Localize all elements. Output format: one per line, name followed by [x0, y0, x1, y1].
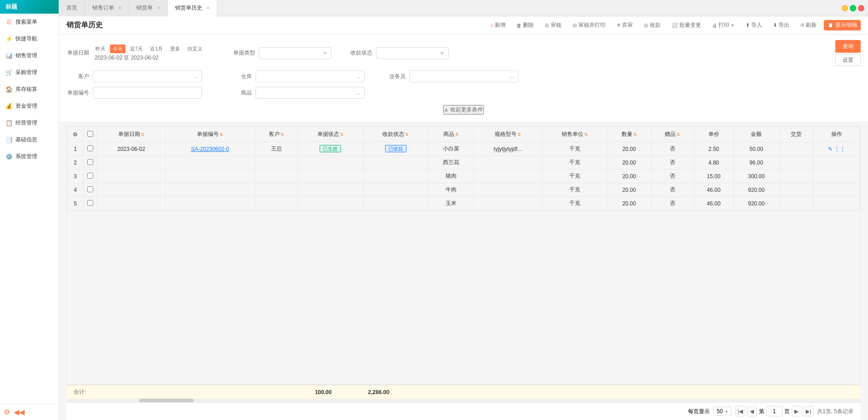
sort-spec-type[interactable]: 规格型号 ⇅: [477, 130, 540, 138]
warehouse-dots[interactable]: ...: [356, 73, 361, 80]
import-button[interactable]: ⬆ 导入: [742, 20, 766, 30]
cell-checkbox[interactable]: [84, 170, 97, 183]
window-minimize-btn[interactable]: ─: [842, 5, 848, 11]
page-size-select[interactable]: 50 ▼: [713, 407, 732, 416]
table-settings-icon[interactable]: ⚙: [73, 131, 78, 138]
doc-no-link[interactable]: SA-20230602-0: [191, 146, 229, 152]
sort-quantity[interactable]: 数量 ⇅: [611, 130, 648, 138]
page-next-btn[interactable]: ▶: [792, 406, 802, 416]
warehouse-input[interactable]: ...: [256, 70, 365, 82]
th-collect-status[interactable]: 收款状态 ⇅: [363, 127, 429, 142]
discard-button[interactable]: ✕ 弃审: [613, 20, 637, 30]
scrollbar-thumb[interactable]: [139, 399, 194, 402]
doc-no-input[interactable]: [93, 87, 202, 99]
edit-icon[interactable]: ✎: [828, 146, 833, 152]
export-button[interactable]: ⬇ 导出: [769, 20, 793, 30]
sort-doc-date[interactable]: 单据日期 ⇅: [100, 130, 162, 138]
tab-home[interactable]: 首页: [59, 0, 85, 16]
print-button[interactable]: 🖨 打印 ▼: [708, 20, 738, 30]
th-gift[interactable]: 赠品 ⇅: [651, 127, 694, 142]
window-close-btn[interactable]: ×: [858, 5, 864, 11]
sort-doc-no[interactable]: 单据编号 ⇅: [168, 130, 251, 138]
sidebar-item-basic-info[interactable]: 📑 基础信息: [0, 131, 59, 148]
sort-product[interactable]: 商品 ⇅: [431, 130, 471, 138]
tab-sales-history-close[interactable]: ×: [207, 5, 210, 10]
delete-button[interactable]: 🗑 删除: [513, 20, 537, 30]
page-number-input[interactable]: [766, 406, 783, 416]
audit-print-button[interactable]: ◎ 审核并打印: [569, 20, 609, 30]
product-dots[interactable]: ...: [356, 90, 361, 96]
cell-checkbox[interactable]: [84, 156, 97, 170]
th-doc-date[interactable]: 单据日期 ⇅: [97, 127, 166, 142]
more-icon[interactable]: ⋮⋮: [834, 146, 845, 152]
sidebar-item-purchase[interactable]: 🛒 采购管理: [0, 64, 59, 81]
query-button[interactable]: 查询: [835, 40, 861, 53]
row-checkbox[interactable]: [87, 173, 93, 179]
window-maximize-btn[interactable]: □: [850, 5, 856, 11]
shortcut-7days[interactable]: 近7天: [127, 45, 146, 53]
show-detail-button[interactable]: 📋 显示明细: [824, 20, 861, 30]
shortcut-more[interactable]: 更多: [167, 45, 183, 53]
customer-dots[interactable]: ...: [193, 73, 198, 80]
tab-sales-history[interactable]: 销货单历史 ×: [168, 0, 217, 16]
sidebar-settings-icon[interactable]: ⚙: [4, 408, 10, 416]
row-checkbox[interactable]: [87, 159, 93, 165]
sort-sales-unit[interactable]: 销售单位 ⇅: [545, 130, 605, 138]
sidebar-item-sales[interactable]: 📊 销售管理: [0, 47, 59, 64]
sidebar-item-operations[interactable]: 📋 经营管理: [0, 115, 59, 131]
refresh-button[interactable]: ↺ 刷新: [797, 20, 820, 30]
th-doc-no[interactable]: 单据编号 ⇅: [166, 127, 255, 142]
collect-status-select[interactable]: ▼: [376, 47, 449, 59]
row-checkbox[interactable]: [87, 145, 93, 151]
sidebar-item-inventory[interactable]: 🏠 库存核算: [0, 81, 59, 98]
shortcut-custom[interactable]: 自定义: [185, 45, 205, 53]
sidebar-item-quick-nav[interactable]: ⚡ 快捷导航: [0, 30, 59, 47]
customer-input[interactable]: ...: [93, 70, 202, 82]
th-doc-status[interactable]: 单据状态 ⇅: [298, 127, 363, 142]
page-first-btn[interactable]: |◀: [735, 406, 745, 416]
collect-button[interactable]: ◎ 收款: [640, 20, 664, 30]
th-quantity[interactable]: 数量 ⇅: [607, 127, 651, 142]
select-all-checkbox[interactable]: [87, 131, 93, 137]
add-button[interactable]: + 新增: [487, 20, 509, 30]
th-settings[interactable]: ⚙: [67, 127, 84, 142]
sidebar-item-sys-mgmt[interactable]: ⚙️ 系统管理: [0, 148, 59, 165]
shortcut-today[interactable]: 今天: [110, 45, 125, 53]
sidebar-item-finance[interactable]: 💰 资金管理: [0, 98, 59, 115]
salesperson-dots[interactable]: ...: [510, 73, 514, 80]
filter-settings-button[interactable]: 设置: [835, 55, 861, 66]
salesperson-input[interactable]: ...: [409, 70, 518, 82]
tab-sales-delivery-close[interactable]: ×: [157, 5, 160, 10]
row-checkbox[interactable]: [87, 186, 93, 192]
sidebar-item-search-menu[interactable]: ☰ 搜索菜单: [0, 14, 59, 30]
th-sales-unit[interactable]: 销售单位 ⇅: [542, 127, 608, 142]
tab-sales-delivery[interactable]: 销货单 ×: [129, 0, 168, 16]
sort-gift[interactable]: 赠品 ⇅: [654, 130, 691, 138]
row-checkbox[interactable]: [87, 200, 93, 206]
tab-sales-order[interactable]: 销售订单 ×: [85, 0, 129, 16]
table-header-row: ⚙ 单据日期 ⇅ 单据编号: [67, 127, 860, 142]
cell-checkbox[interactable]: [84, 183, 97, 197]
shortcut-1month[interactable]: 近1月: [147, 45, 166, 53]
tab-sales-order-close[interactable]: ×: [119, 5, 121, 10]
horizontal-scrollbar[interactable]: [66, 399, 861, 402]
collapse-button[interactable]: ∧ 收起更多条件: [443, 105, 484, 115]
batch-change-button[interactable]: ⬜ 批量变更: [668, 20, 705, 30]
cell-checkbox[interactable]: [84, 142, 97, 156]
product-input[interactable]: ...: [256, 87, 365, 99]
sort-customer[interactable]: 客户 ⇅: [258, 130, 295, 138]
doc-type-select[interactable]: ▼: [259, 47, 331, 59]
sort-collect-status[interactable]: 收款状态 ⇅: [366, 130, 426, 138]
cell-checkbox[interactable]: [84, 197, 97, 210]
th-spec-type[interactable]: 规格型号 ⇅: [473, 127, 542, 142]
sort-doc-status[interactable]: 单据状态 ⇅: [301, 130, 361, 138]
page-prev-btn[interactable]: ◀: [747, 406, 757, 416]
sidebar-collapse-icon[interactable]: ◀◀: [14, 408, 25, 416]
cell-doc-no[interactable]: SA-20230602-0: [166, 142, 255, 156]
th-customer[interactable]: 客户 ⇅: [255, 127, 298, 142]
th-product[interactable]: 商品 ⇅: [428, 127, 473, 142]
th-checkbox[interactable]: [84, 127, 97, 142]
page-last-btn[interactable]: ▶|: [803, 406, 813, 416]
audit-button[interactable]: ◎ 审核: [541, 20, 565, 30]
shortcut-yesterday[interactable]: 昨天: [93, 45, 108, 53]
